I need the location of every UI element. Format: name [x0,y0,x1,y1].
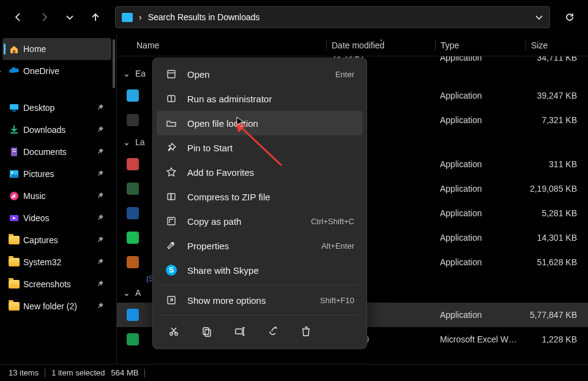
copy-button[interactable] [198,323,215,340]
sidebar-item-onedrive[interactable]: › OneDrive [2,60,111,82]
folder-icon [9,279,20,290]
status-selected: 1 item selected [51,368,105,377]
delete-button[interactable] [297,323,314,340]
videos-icon [9,213,20,224]
pictures-icon [9,168,20,179]
status-sep [45,369,45,377]
menu-properties[interactable]: Properties Alt+Enter [157,233,363,258]
app-icon [127,183,139,195]
cell-size: 14,301 KB [526,233,588,243]
app-icon [127,158,139,170]
chevron-down-icon: ⌄ [122,137,132,147]
nav-toolbar: › Search Results in Downloads [0,0,588,34]
pin-icon [97,103,104,113]
sidebar-item-system32[interactable]: System32 [2,251,111,273]
menu-show-more-options[interactable]: Show more options Shift+F10 [157,288,363,312]
svg-rect-0 [13,50,15,53]
forward-button[interactable] [33,6,55,28]
cell-type: Application [435,310,526,320]
pin-icon [97,147,104,157]
sidebar-item-pictures[interactable]: Pictures [2,163,111,185]
menu-compress-to-zip-file[interactable]: Compress to ZIP file [157,184,363,209]
share-button[interactable] [264,323,281,340]
menu-label: Copy as path [187,216,301,227]
cell-size: 5,281 KB [526,208,588,218]
menu-open[interactable]: Open Enter [157,62,363,86]
sidebar: Home › OneDrive Desktop Downloads Docume… [0,34,116,364]
app-icon [127,89,139,102]
col-size[interactable]: Size [526,40,588,50]
wrench-icon [165,240,177,251]
sidebar-item-label: System32 [23,257,61,267]
menu-label: Compress to ZIP file [187,192,354,202]
sidebar-item-label: New folder (2) [23,301,77,311]
pin-icon [97,169,104,179]
menu-add-to-favorites[interactable]: Add to Favorites [157,160,363,184]
pin-icon [97,301,104,311]
sort-indicator-icon: ⌄ [379,36,384,42]
group-label: La [135,137,145,147]
more-icon [165,295,177,306]
svg-rect-17 [203,328,209,334]
cell-size: 1,228 KB [526,334,588,344]
menu-share-with-skype[interactable]: S Share with Skype [157,258,363,282]
sidebar-item-new-folder-2-[interactable]: New folder (2) [2,295,111,317]
app-icon [127,207,139,219]
sidebar-item-music[interactable]: Music [2,185,111,207]
sidebar-item-label: Pictures [23,169,54,179]
sidebar-item-label: Downloads [23,125,65,135]
col-type[interactable]: Type [435,40,526,50]
documents-icon [9,146,20,157]
menu-run-as-administrator[interactable]: Run as administrator [157,86,363,111]
sidebar-item-label: Desktop [23,103,54,113]
folder-icon [9,235,20,246]
pin-icon [97,191,104,201]
col-date[interactable]: ⌄Date modified [326,40,435,50]
music-icon [9,190,20,202]
pin-icon [165,142,177,153]
cell-size: 7,321 KB [526,115,588,125]
cursor-icon [236,116,245,127]
menu-separator [160,315,359,315]
cut-button[interactable] [165,323,182,340]
sidebar-item-screenshots[interactable]: Screenshots [2,273,111,295]
sidebar-item-home[interactable]: Home [2,38,111,60]
sidebar-item-downloads[interactable]: Downloads [2,119,111,141]
sidebar-item-label: Documents [23,147,67,157]
context-menu: Open Enter Run as administrator Open fil… [152,58,367,349]
svg-point-7 [12,172,13,174]
group-label: Ea [135,69,146,78]
menu-label: Properties [187,241,311,251]
folder-open-icon [165,118,177,129]
sidebar-item-captures[interactable]: Captures [2,229,111,251]
svg-point-15 [170,333,173,335]
cell-size: 5,77,847 KB [526,310,588,320]
cell-type: Application [435,257,526,267]
address-bar[interactable]: › Search Results in Downloads [115,6,550,28]
sidebar-item-label: Screenshots [23,279,71,289]
rename-button[interactable] [231,323,248,340]
up-button[interactable] [84,6,106,28]
cell-size: 39,247 KB [526,91,588,100]
menu-pin-to-start[interactable]: Pin to Start [157,135,363,160]
back-button[interactable] [7,6,29,28]
menu-copy-as-path[interactable]: Copy as path Ctrl+Shift+C [157,209,363,233]
menu-open-file-location[interactable]: Open file location [157,111,363,135]
menu-label: Share with Skype [187,265,354,276]
sidebar-item-videos[interactable]: Videos [2,207,111,229]
sidebar-item-documents[interactable]: Documents [2,141,111,163]
col-name[interactable]: Name [136,40,326,50]
menu-label: Show more options [187,295,310,306]
breadcrumb: Search Results in Downloads [148,12,260,22]
menu-accelerator: Enter [335,70,354,79]
breadcrumb-sep: › [139,12,142,22]
status-size: 564 MB [111,368,139,377]
recent-button[interactable] [59,6,81,28]
svg-rect-4 [12,149,16,150]
menu-label: Pin to Start [187,143,354,153]
refresh-button[interactable] [559,6,581,28]
chevron-down-icon[interactable] [535,13,543,21]
sidebar-scrollbar[interactable] [113,39,115,88]
cell-size: 2,19,085 KB [526,184,588,194]
sidebar-item-desktop[interactable]: Desktop [2,97,111,119]
